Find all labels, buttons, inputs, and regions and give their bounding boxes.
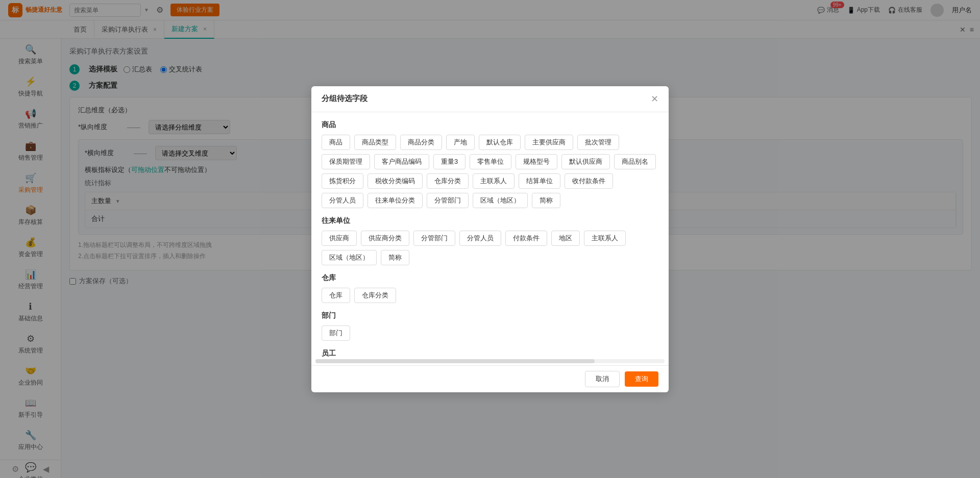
tag-goods-5[interactable]: 主要供应商: [525, 135, 573, 150]
field-tags-department: 部门: [322, 325, 658, 341]
tag-goods-19[interactable]: 收付款条件: [565, 173, 613, 189]
modal-scrollbar[interactable]: [315, 359, 665, 363]
modal-close-btn[interactable]: ✕: [651, 93, 658, 105]
tag-goods-13[interactable]: 商品别名: [614, 154, 656, 169]
tag-goods-12[interactable]: 默认供应商: [561, 154, 610, 169]
field-group-goods-title: 商品: [322, 120, 658, 130]
tag-cp-0[interactable]: 供应商: [322, 231, 357, 246]
tag-goods-11[interactable]: 规格型号: [516, 154, 557, 169]
tag-goods-2[interactable]: 商品分类: [400, 135, 442, 150]
modal-title: 分组待选字段: [322, 94, 368, 104]
field-group-goods: 商品 商品 商品类型 商品分类 产地 默认仓库 主要供应商 批次管理 保质期管理…: [322, 120, 658, 208]
tag-cp-8[interactable]: 简称: [381, 250, 409, 265]
tag-goods-3[interactable]: 产地: [446, 135, 475, 150]
tag-cp-5[interactable]: 地区: [551, 231, 580, 246]
tag-cp-7[interactable]: 区域（地区）: [322, 250, 377, 265]
field-group-department: 部门 部门: [322, 311, 658, 341]
tag-goods-8[interactable]: 客户商品编码: [374, 154, 429, 169]
tag-goods-0[interactable]: 商品: [322, 135, 350, 150]
tag-goods-21[interactable]: 往来单位分类: [368, 193, 423, 208]
field-group-warehouse: 仓库 仓库 仓库分类: [322, 273, 658, 303]
modal-footer: 取消 查询: [311, 365, 669, 392]
tag-goods-24[interactable]: 简称: [532, 193, 560, 208]
tag-cp-3[interactable]: 分管人员: [459, 231, 501, 246]
tag-cp-6[interactable]: 主联系人: [584, 231, 626, 246]
field-tags-warehouse: 仓库 仓库分类: [322, 288, 658, 303]
tag-goods-22[interactable]: 分管部门: [427, 193, 469, 208]
modal-header: 分组待选字段 ✕: [311, 86, 669, 112]
tag-goods-1[interactable]: 商品类型: [354, 135, 396, 150]
tag-cp-2[interactable]: 分管部门: [413, 231, 455, 246]
field-tags-counterparty: 供应商 供应商分类 分管部门 分管人员 付款条件 地区 主联系人 区域（地区） …: [322, 231, 658, 265]
modal-cancel-btn[interactable]: 取消: [585, 371, 620, 387]
tag-goods-6[interactable]: 批次管理: [577, 135, 619, 150]
field-group-warehouse-title: 仓库: [322, 273, 658, 283]
tag-dept-0[interactable]: 部门: [322, 325, 350, 341]
field-group-counterparty: 往来单位 供应商 供应商分类 分管部门 分管人员 付款条件 地区 主联系人 区域…: [322, 216, 658, 265]
tag-goods-20[interactable]: 分管人员: [322, 193, 363, 208]
tag-goods-7[interactable]: 保质期管理: [322, 154, 370, 169]
field-group-employee-title: 员工: [322, 349, 658, 357]
tag-goods-14[interactable]: 拣货积分: [322, 173, 363, 189]
field-tags-goods: 商品 商品类型 商品分类 产地 默认仓库 主要供应商 批次管理 保质期管理 客户…: [322, 135, 658, 208]
tag-goods-18[interactable]: 结算单位: [519, 173, 560, 189]
tag-goods-9[interactable]: 重量3: [433, 154, 465, 169]
tag-goods-15[interactable]: 税收分类编码: [368, 173, 423, 189]
field-group-department-title: 部门: [322, 311, 658, 320]
tag-cp-1[interactable]: 供应商分类: [361, 231, 409, 246]
tag-goods-10[interactable]: 零售单位: [470, 154, 511, 169]
tag-wh-0[interactable]: 仓库: [322, 288, 350, 303]
tag-wh-1[interactable]: 仓库分类: [354, 288, 396, 303]
modal-body: 商品 商品 商品类型 商品分类 产地 默认仓库 主要供应商 批次管理 保质期管理…: [311, 112, 669, 357]
modal-scrollbar-thumb: [315, 359, 595, 363]
modal-dialog: 分组待选字段 ✕ 商品 商品 商品类型 商品分类 产地 默认仓库 主要供应商 批…: [311, 86, 669, 392]
field-group-employee: 员工 业务员: [322, 349, 658, 357]
modal-overlay: 分组待选字段 ✕ 商品 商品 商品类型 商品分类 产地 默认仓库 主要供应商 批…: [0, 0, 980, 478]
tag-goods-23[interactable]: 区域（地区）: [473, 193, 528, 208]
tag-cp-4[interactable]: 付款条件: [505, 231, 547, 246]
tag-goods-17[interactable]: 主联系人: [473, 173, 514, 189]
tag-goods-16[interactable]: 仓库分类: [427, 173, 469, 189]
modal-scrollbar-area: [311, 357, 669, 365]
modal-confirm-btn[interactable]: 查询: [625, 371, 658, 387]
field-group-counterparty-title: 往来单位: [322, 216, 658, 225]
tag-goods-4[interactable]: 默认仓库: [479, 135, 521, 150]
